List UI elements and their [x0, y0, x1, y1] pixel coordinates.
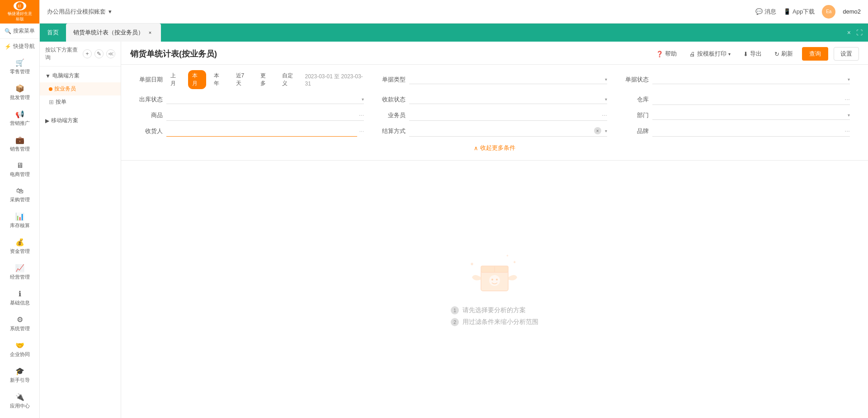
shortcut-nav[interactable]: ⚡ 快捷导航: [0, 39, 39, 54]
tab-fullscreen-btn[interactable]: ⛶: [854, 27, 864, 38]
nav-label: 经营管理: [10, 274, 30, 280]
nav-icon: 🤝: [15, 341, 24, 350]
page-title-bar: 销货单统计表(按业务员) ❓ 帮助 🖨 按模板打印 ▾ ⬇ 导出: [121, 42, 868, 65]
receiver-dots: ···: [359, 128, 364, 134]
nav-label: 系统管理: [10, 325, 30, 332]
sidebar-nav-item[interactable]: 💼销售管理: [0, 131, 39, 157]
date-btn-last-month[interactable]: 上月: [166, 70, 184, 89]
doc-type-arrow: ▾: [605, 77, 607, 82]
scheme-collapse-btn[interactable]: ≪: [106, 49, 115, 58]
svg-point-6: [491, 279, 493, 280]
header-dropdown-icon: ▾: [108, 8, 112, 15]
content-area: 按以下方案查询 + ✎ ≪ ▼ 电脑端方案 按业务员 ⊞ 按单: [40, 42, 868, 418]
out-status-label: 出库状态: [130, 95, 166, 104]
date-btn-7days[interactable]: 近7天: [232, 70, 253, 89]
help-btn[interactable]: ❓ 帮助: [652, 48, 680, 60]
tab-close-btn[interactable]: ×: [146, 29, 154, 36]
scheme-by-salesperson[interactable]: 按业务员: [40, 82, 121, 95]
active-dot: [49, 87, 52, 91]
expand-icon: ▼: [45, 73, 51, 79]
scheme-header: 按以下方案查询 + ✎ ≪: [40, 42, 121, 66]
salesperson-label: 业务员: [373, 111, 409, 119]
sidebar-nav-item[interactable]: 💬企业微信: [0, 414, 39, 418]
nav-icon: 🔌: [15, 393, 24, 401]
department-select[interactable]: ▾: [652, 111, 850, 120]
tab-current[interactable]: 销货单统计表（按业务员） ×: [66, 24, 161, 42]
sidebar-nav-item[interactable]: 📈经营管理: [0, 259, 39, 285]
receipt-status-filter-col: 收款状态 ▾: [373, 95, 616, 104]
sidebar-nav-item[interactable]: 📊库存核算: [0, 208, 39, 233]
scheme-add-btn[interactable]: +: [83, 49, 92, 58]
nav-icon: ⚙: [17, 315, 23, 324]
brand-select[interactable]: ···: [652, 125, 850, 137]
refresh-btn[interactable]: ↻ 刷新: [771, 48, 797, 60]
sidebar-nav-item[interactable]: 🔌应用中心: [0, 388, 39, 414]
nav-label: 采购管理: [10, 196, 30, 203]
order-icon: ⊞: [49, 99, 54, 105]
collapse-label: 收起更多条件: [480, 144, 515, 152]
tab-bar-right: × ⛶: [845, 27, 868, 38]
sidebar-nav-item[interactable]: 🎓新手引导: [0, 362, 39, 388]
out-status-select[interactable]: ▾: [166, 95, 364, 104]
scheme-edit-btn[interactable]: ✎: [94, 49, 104, 58]
export-icon: ⬇: [743, 51, 748, 57]
query-btn[interactable]: 查询: [802, 47, 828, 61]
hint-text-1: 请先选择要分析的方案: [462, 306, 526, 314]
date-filter-col: 单据日期 上月 本月 本年 近7天 更多 自定义 2023-03-01 至 20…: [130, 70, 373, 89]
brand-dots: ···: [844, 127, 850, 134]
nav-label: 批发管理: [10, 94, 30, 101]
date-btn-custom[interactable]: 自定义: [278, 70, 301, 89]
export-label: 导出: [750, 50, 762, 58]
scheme-desktop-group[interactable]: ▼ 电脑端方案: [40, 69, 121, 82]
doc-status-select[interactable]: ▾: [652, 75, 850, 84]
receipt-status-label: 收款状态: [373, 95, 409, 104]
sidebar-nav-item[interactable]: 🛒零售管理: [0, 54, 39, 80]
message-btn[interactable]: 💬 消息: [755, 8, 776, 16]
scheme-order-label: 按单: [56, 98, 66, 106]
empty-state: ✦ ✦ ✦ 1 请先选择要分析的方案 2 用过滤条件来缩小分析范围: [121, 161, 868, 418]
doc-status-filter-col: 单据状态 ▾: [616, 75, 859, 84]
sidebar-nav-item[interactable]: 🛍采购管理: [0, 182, 39, 208]
doc-type-select[interactable]: ▾: [409, 75, 607, 84]
scheme-mobile-group[interactable]: ▶ 移动端方案: [40, 114, 121, 127]
help-label: 帮助: [665, 50, 677, 58]
nav-icon: 🖥: [16, 162, 24, 170]
sidebar-nav-item[interactable]: 🖥电商管理: [0, 157, 39, 182]
warehouse-dots: ···: [844, 95, 850, 103]
receiver-filter-col: 收货人 ···: [130, 126, 373, 137]
sidebar-nav-item[interactable]: 💰资金管理: [0, 233, 39, 259]
app-logo[interactable]: 好 畅捷通好生意 标版: [0, 0, 39, 24]
search-menu[interactable]: 🔍 搜索菜单: [0, 24, 39, 39]
sidebar-nav-item[interactable]: 📦批发管理: [0, 80, 39, 105]
date-btn-this-month[interactable]: 本月: [188, 70, 206, 89]
sidebar-nav-item[interactable]: ⚙系统管理: [0, 311, 39, 337]
tab-home[interactable]: 首页: [40, 24, 66, 42]
warehouse-select[interactable]: ···: [652, 94, 850, 105]
nav-icon: 📢: [15, 110, 24, 119]
empty-hints: 1 请先选择要分析的方案 2 用过滤条件来缩小分析范围: [451, 306, 538, 326]
user-avatar[interactable]: Ea: [822, 5, 835, 19]
header-title[interactable]: 办公用品行业模拟账套 ▾: [47, 8, 112, 16]
export-btn[interactable]: ⬇ 导出: [740, 48, 765, 60]
receiver-input[interactable]: [166, 126, 357, 137]
settlement-select[interactable]: × ▾: [409, 125, 607, 137]
date-btn-more[interactable]: 更多: [256, 70, 274, 89]
receipt-status-select[interactable]: ▾: [409, 95, 607, 104]
sidebar-nav-item[interactable]: 🤝企业协同: [0, 337, 39, 362]
sidebar-nav-item[interactable]: 📢营销推广: [0, 105, 39, 131]
collapse-btn[interactable]: ∧ 收起更多条件: [471, 141, 518, 155]
sidebar-nav-item[interactable]: ℹ基础信息: [0, 285, 39, 311]
print-icon: 🖨: [689, 51, 695, 57]
settings-btn[interactable]: 设置: [834, 47, 859, 61]
scheme-by-order[interactable]: ⊞ 按单: [40, 95, 121, 109]
print-btn[interactable]: 🖨 按模板打印 ▾: [686, 48, 734, 60]
settlement-clear-btn[interactable]: ×: [594, 127, 601, 134]
date-btn-this-year[interactable]: 本年: [210, 70, 228, 89]
salesperson-select[interactable]: ···: [409, 109, 607, 121]
app-download-btn[interactable]: 📱 App下载: [783, 8, 815, 16]
hint-num-2: 2: [451, 318, 459, 326]
tab-window-close-btn[interactable]: ×: [845, 27, 853, 38]
nav-label: 资金管理: [10, 248, 30, 255]
product-select[interactable]: ···: [166, 109, 364, 121]
user-name[interactable]: demo2: [843, 8, 861, 15]
